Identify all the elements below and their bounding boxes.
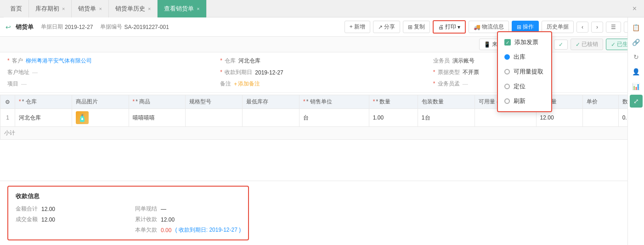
cancelled-badge: ✓ 已核销 (571, 39, 603, 50)
outbound-item[interactable]: 出库 (498, 50, 551, 64)
next-doc-icon: › (596, 24, 598, 30)
mobile-icon: 📱 (484, 41, 491, 48)
next-doc-button[interactable]: › (591, 22, 603, 33)
available-qty-item[interactable]: 可用量提取 (498, 64, 551, 79)
tab-inventory[interactable]: 库存期初 × (29, 0, 72, 17)
cumulative-payment-label: 累计收款 (135, 216, 157, 223)
tab-inventory-close[interactable]: × (62, 6, 65, 11)
locate-icon (504, 84, 510, 89)
row-index: 1 (0, 109, 15, 127)
col-warehouse: ** 仓库 (15, 95, 72, 109)
col-spec: 规格型号 (186, 95, 243, 109)
transaction-amount-value: 12.00 (41, 217, 55, 223)
current-debt-item: 本单欠款 0.00 ( 收款到期日: 2019-12-27 ) (135, 226, 241, 234)
sidebar-user-icon[interactable]: 👤 (630, 65, 643, 78)
doc-type-label: 销货单 (16, 23, 34, 31)
payment-date-row: * 收款到期日 2019-12-27 (220, 68, 424, 76)
sidebar-note-icon[interactable]: 📋 (630, 21, 643, 34)
warehouse-row: * 仓库 河北仓库 (220, 57, 424, 65)
prev-doc-button[interactable]: ‹ (576, 22, 588, 33)
tabs-bar: 首页 库存期初 × 销货单 × 销货单历史 × 查看销货单 × × (0, 0, 644, 17)
right-sidebar: 📋 🔗 ↻ 👤 📊 ⤢ (627, 17, 644, 245)
toolbar-actions: + 新增 ↗ 分享 ⊞ 复制 🖨 打印 ▾ 🚚 物流信息 ⊞ 操作 (345, 20, 638, 34)
note-label: 备注 (220, 80, 231, 88)
col-gear: ⚙ (0, 95, 15, 109)
sales-staff-label: * 业务员孟 (433, 80, 460, 88)
copy-icon: ⊞ (408, 24, 412, 30)
total-amount-label: 金额合计 (16, 205, 38, 213)
add-note-button[interactable]: + + 添加备注 添加备注 (234, 80, 260, 88)
doc-date-label: 单据日期 (41, 23, 63, 31)
tab-view-sales[interactable]: 查看销货单 × (158, 0, 206, 17)
total-amount-value: 12.00 (41, 206, 55, 212)
tab-home[interactable]: 首页 (4, 0, 29, 17)
col-min-stock: 最低库存 (243, 95, 299, 109)
tab-home-label: 首页 (10, 5, 22, 13)
address-label: 客户地址 (7, 68, 29, 76)
sidebar-link-icon[interactable]: 🔗 (630, 36, 643, 49)
available-qty-icon (504, 69, 510, 74)
address-row: 客户地址 — (7, 68, 211, 76)
print-button[interactable]: 🖨 打印 ▾ (433, 20, 466, 34)
invoice-type-value: 不开票 (463, 68, 479, 76)
row-pack-qty: 1台 (418, 109, 475, 127)
outbound-icon (504, 54, 510, 60)
payment-grid: 金额合计 12.00 同单现结 — 成交金额 12.00 累计收款 12.00 … (16, 205, 241, 234)
refresh-label: 刷新 (514, 97, 525, 105)
col-unit: ** 销售单位 (299, 95, 369, 109)
col-product: ** 商品 (129, 95, 186, 109)
project-value: — (21, 81, 27, 87)
cumulative-payment-item: 累计收款 12.00 (135, 216, 241, 223)
locate-item[interactable]: 定位 (498, 79, 551, 94)
doc-type-icon: ↩ (6, 23, 11, 31)
operations-dropdown: ✓ 添加发票 出库 可用量提取 定位 刷新 (497, 31, 552, 112)
sidebar-refresh-icon[interactable]: ↻ (630, 51, 643, 63)
doc-number-item: 单据编号 SA-20191227-001 (100, 23, 169, 31)
share-button[interactable]: ↗ 分享 (373, 21, 400, 33)
copy-button[interactable]: ⊞ 复制 (403, 21, 430, 33)
tab-sales[interactable]: 销货单 × (72, 0, 108, 17)
customer-value[interactable]: 柳州粤港平安气体有限公司 (26, 57, 92, 65)
tab-view-sales-close[interactable]: × (197, 6, 199, 11)
payment-date-value: 2019-12-27 (255, 69, 283, 76)
sidebar-chart-icon[interactable]: 📊 (630, 80, 643, 93)
customer-row: * * 客户 客户 柳州粤港平安气体有限公司 (7, 57, 211, 65)
subtotal-label: 小计 (0, 127, 644, 140)
transaction-amount-label: 成交金额 (16, 216, 38, 223)
new-button[interactable]: + 新增 (345, 21, 370, 33)
list-view-button[interactable]: ☰ (606, 22, 621, 33)
row-product: 嘻嘻嘻嘻 (129, 109, 186, 127)
tab-sales-history[interactable]: 销货单历史 × (109, 0, 158, 17)
doc-date-value: 2019-12-27 (65, 24, 93, 30)
add-invoice-item[interactable]: ✓ 添加发票 (498, 35, 551, 50)
print-icon: 🖨 (438, 24, 444, 30)
list-view-icon: ☰ (611, 24, 616, 30)
tab-sales-close[interactable]: × (99, 6, 102, 11)
tabs-close-all[interactable]: × (629, 3, 640, 15)
payment-date-label: * 收款到期日 (220, 68, 252, 76)
new-button-label: + 新增 (350, 23, 365, 31)
operations-grid-icon: ⊞ (517, 24, 521, 30)
warehouse-label: * 仓库 (220, 57, 236, 65)
row-price (582, 109, 618, 127)
tab-sales-history-close[interactable]: × (148, 6, 151, 11)
tab-sales-label: 销货单 (78, 5, 96, 13)
refresh-item[interactable]: 刷新 (498, 94, 551, 108)
logistics-button-label: 物流信息 (482, 23, 504, 31)
row-image: 🧴 (72, 109, 129, 127)
sidebar-expand-icon[interactable]: ⤢ (630, 95, 643, 108)
confirm-icon: ✓ (559, 41, 563, 48)
available-qty-label: 可用量提取 (514, 68, 543, 76)
same-order-item: 同单现结 — (135, 205, 241, 213)
confirm-button[interactable]: ✓ (554, 40, 568, 50)
subtotal-row: 小计 (0, 127, 644, 140)
copy-button-label: 复制 (414, 23, 425, 31)
same-order-value: — (161, 206, 166, 212)
doc-number-value: SA-20191227-001 (124, 24, 169, 30)
add-note-plus-icon: + (234, 81, 237, 87)
locate-label: 定位 (514, 82, 525, 91)
tab-inventory-label: 库存期初 (35, 5, 59, 13)
print-button-label: 打印 (445, 23, 456, 31)
col-image: 商品图片 (72, 95, 129, 109)
customer-label: * * 客户 客户 (7, 57, 23, 65)
